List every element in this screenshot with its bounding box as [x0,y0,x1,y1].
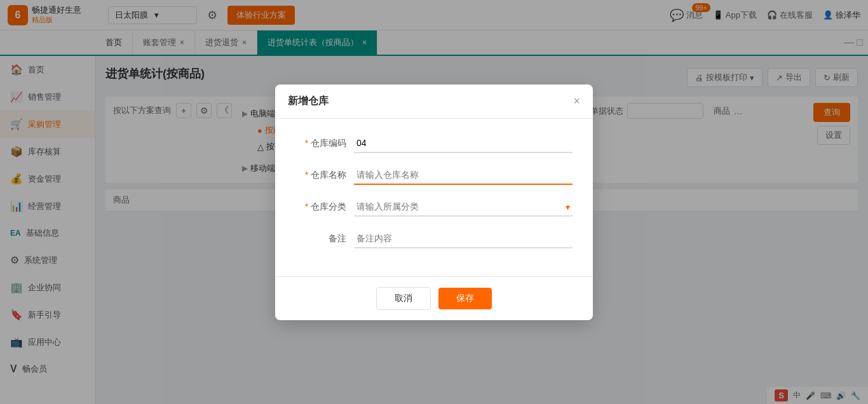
save-button[interactable]: 保存 [438,288,492,309]
warehouse-category-input[interactable] [354,198,573,217]
warehouse-code-label: 仓库编码 [295,138,346,149]
warehouse-category-row: 仓库分类 ▾ [295,198,573,217]
dialog-body: 仓库编码 仓库名称 仓库分类 ▾ 备注 [275,119,593,276]
warehouse-note-input[interactable] [354,229,573,248]
warehouse-code-input[interactable] [354,134,573,153]
warehouse-name-label: 仓库名称 [295,170,346,181]
warehouse-note-row: 备注 [295,229,573,248]
dialog-close-button[interactable]: × [573,95,580,108]
warehouse-name-input[interactable] [354,166,573,185]
modal-overlay[interactable]: 新增仓库 × 仓库编码 仓库名称 仓库分类 ▾ 备注 [0,0,868,404]
warehouse-category-label: 仓库分类 [295,201,346,213]
warehouse-name-row: 仓库名称 [295,166,573,185]
warehouse-code-row: 仓库编码 [295,134,573,153]
dialog-title: 新增仓库 [288,95,329,108]
add-warehouse-dialog: 新增仓库 × 仓库编码 仓库名称 仓库分类 ▾ 备注 [275,84,593,320]
warehouse-note-label: 备注 [295,233,346,245]
warehouse-category-wrap: ▾ [354,198,573,217]
dialog-footer: 取消 保存 [275,276,593,320]
dialog-header: 新增仓库 × [275,84,593,119]
cancel-button[interactable]: 取消 [376,287,431,310]
